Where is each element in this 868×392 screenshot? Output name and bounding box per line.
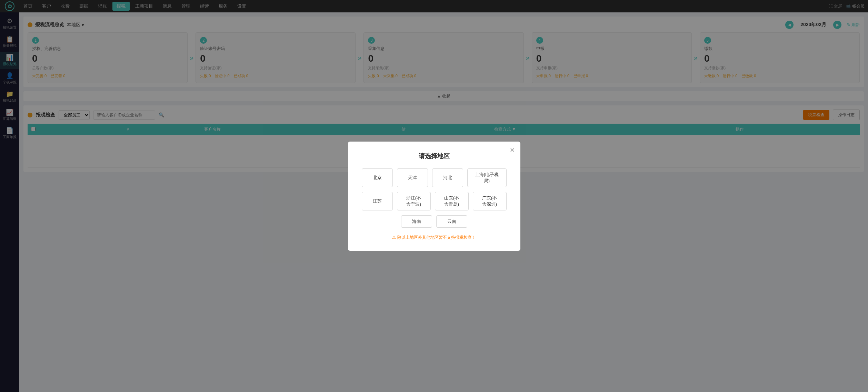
modal-close-button[interactable]: ✕ (510, 146, 515, 154)
warning-icon: ⚠ (392, 235, 396, 240)
region-hebei[interactable]: 河北 (432, 168, 463, 187)
region-guangdong[interactable]: 广东(不含深圳) (473, 192, 507, 210)
region-tianjin[interactable]: 天津 (397, 168, 428, 187)
warning-text: ⚠ 除以上地区外其他地区暂不支持报税检查！ (362, 235, 507, 240)
region-grid: 北京 天津 河北 上海(电子税局) 江苏 浙江(不含宁波) 山东(不含青岛) 广… (362, 168, 507, 228)
region-shandong[interactable]: 山东(不含青岛) (435, 192, 469, 210)
region-beijing[interactable]: 北京 (362, 168, 393, 187)
modal-box: ✕ 请选择地区 北京 天津 河北 上海(电子税局) 江苏 浙江(不含宁波) 山东… (348, 142, 520, 251)
region-zhejiang[interactable]: 浙江(不含宁波) (397, 192, 431, 210)
region-row-2: 江苏 浙江(不含宁波) 山东(不含青岛) 广东(不含深圳) (362, 192, 507, 210)
region-jiangsu[interactable]: 江苏 (362, 192, 393, 210)
region-yunnan[interactable]: 云南 (436, 215, 467, 228)
modal-title: 请选择地区 (362, 152, 507, 160)
modal-overlay[interactable]: ✕ 请选择地区 北京 天津 河北 上海(电子税局) 江苏 浙江(不含宁波) 山东… (0, 0, 868, 392)
region-shanghai[interactable]: 上海(电子税局) (467, 168, 507, 187)
region-row-1: 北京 天津 河北 上海(电子税局) (362, 168, 507, 187)
region-row-3: 海南 云南 (362, 215, 507, 228)
region-hainan[interactable]: 海南 (401, 215, 432, 228)
